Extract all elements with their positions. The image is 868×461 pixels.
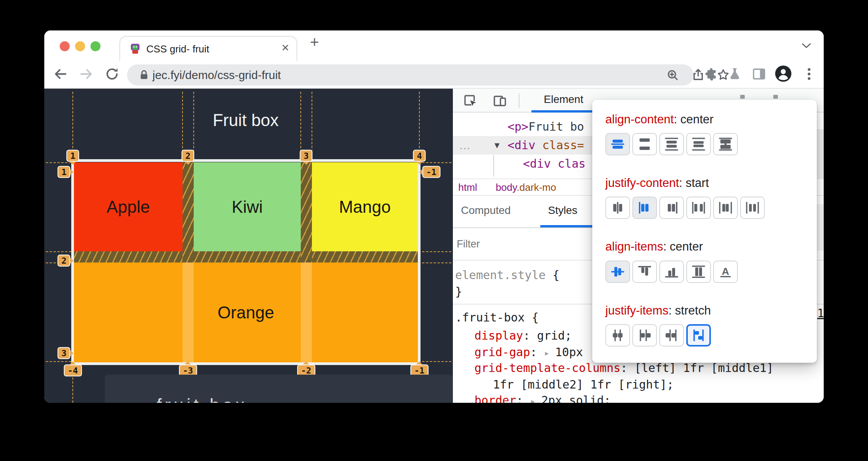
favicon-icon — [129, 43, 141, 54]
url-text[interactable]: jec.fyi/demo/css-grid-fruit — [152, 69, 281, 82]
css-property-name: align-items — [605, 240, 663, 253]
menu-three-dots-icon[interactable] — [801, 66, 817, 82]
expand-arrow-icon[interactable]: ▸ — [544, 348, 555, 358]
grid-alignment-popup: align-content: centerjustify-content: st… — [592, 100, 817, 363]
new-tab-button[interactable]: + — [310, 34, 319, 51]
justify-end-icon — [664, 200, 679, 215]
justify-space-around-icon — [718, 200, 733, 215]
code-segment: Fruit bo — [528, 120, 584, 133]
extensions-puzzle-icon[interactable] — [704, 66, 719, 82]
code-segment: <div — [508, 138, 542, 152]
window-minimize-button[interactable] — [75, 41, 85, 51]
grid-line-badge: 3 — [57, 347, 70, 359]
tab-elements[interactable]: Element — [544, 93, 583, 106]
align-content-content-space-evenly-button[interactable] — [686, 133, 711, 155]
share-icon[interactable] — [691, 68, 705, 82]
expand-arrow-icon[interactable]: ▸ — [530, 396, 541, 403]
address-bar[interactable]: jec.fyi/demo/css-grid-fruit — [127, 64, 694, 86]
css-property-value: : start — [679, 176, 709, 190]
page-title: Fruit box — [44, 111, 447, 130]
breadcrumb-item[interactable]: body — [496, 182, 516, 193]
back-icon[interactable] — [53, 66, 68, 82]
expand-arrow-icon[interactable]: ▼ — [494, 136, 499, 155]
align-content-content-stretch-button[interactable] — [713, 133, 738, 155]
justify-start-icon — [637, 200, 652, 215]
styles-tab-underline — [540, 225, 594, 227]
code-segment: } — [455, 285, 462, 298]
forward-icon[interactable] — [79, 66, 94, 82]
justify-items-jitems-start-button[interactable] — [632, 324, 657, 347]
window-close-button[interactable] — [60, 41, 70, 51]
popup-property-label: justify-items: stretch — [605, 304, 711, 318]
justify-content-justify-space-around-button[interactable] — [713, 197, 738, 219]
css-code-line: 1fr [middle2] 1fr [right]; — [453, 376, 824, 393]
zoom-page-icon[interactable] — [666, 69, 679, 82]
align-items-items-start-button[interactable] — [632, 261, 657, 283]
grid-line-badge: -1 — [422, 166, 441, 178]
device-toolbar-icon[interactable] — [493, 93, 507, 108]
grid-line-badge: 3 — [300, 150, 312, 162]
browser-window: CSS grid- fruit ✕ + jec.fyi/demo/css-gri… — [44, 30, 824, 403]
justify-content-justify-center-button[interactable] — [605, 197, 630, 219]
code-segment: 10px — [555, 345, 583, 359]
breadcrumb-item[interactable]: .dark-mo — [517, 182, 556, 193]
align-items-items-center-button[interactable] — [605, 261, 630, 283]
reload-icon[interactable] — [104, 66, 120, 82]
breadcrumb-item[interactable]: html — [458, 182, 477, 193]
tab-list-chevron-icon[interactable] — [801, 43, 811, 49]
align-content-content-center-button[interactable] — [605, 133, 630, 155]
next-section-title: fruit box — [157, 395, 248, 403]
window-zoom-button[interactable] — [90, 41, 101, 51]
justify-content-justify-start-button[interactable] — [632, 197, 657, 219]
jitems-stretch-icon — [691, 328, 706, 343]
align-items-items-baseline-button[interactable]: A — [713, 261, 738, 283]
page-viewport: Fruit box Apple Kiwi Mango Orange 123412… — [44, 89, 453, 403]
code-segment: 1fr [middle2] 1fr [right]; — [493, 378, 674, 391]
cell-label: Apple — [107, 197, 150, 217]
justify-items-jitems-center-button[interactable] — [605, 324, 630, 347]
grid-column-gap-tint — [183, 262, 194, 362]
profile-avatar[interactable] — [774, 65, 792, 82]
code-segment: <p> — [508, 120, 528, 133]
code-segment: .fruit-box { — [455, 311, 539, 324]
tree-indent-guide — [493, 155, 494, 177]
side-panel-icon[interactable] — [751, 66, 767, 82]
tab-computed[interactable]: Computed — [461, 204, 511, 217]
code-segment: <div clas — [523, 157, 586, 170]
align-items-items-stretch-button[interactable] — [686, 261, 711, 283]
hidden-toolbar-icon — [740, 95, 745, 99]
justify-content-justify-space-evenly-button[interactable] — [740, 197, 765, 219]
popup-property-label: align-content: center — [605, 113, 714, 126]
lock-icon[interactable] — [138, 69, 150, 81]
cell-label: Kiwi — [232, 197, 263, 217]
grid-border-right — [418, 159, 421, 365]
inspect-element-icon[interactable] — [463, 93, 478, 108]
items-baseline-icon: A — [718, 264, 733, 279]
experiments-flask-icon[interactable] — [727, 66, 742, 82]
grid-border-bottom — [71, 362, 421, 365]
elements-tab-underline — [531, 110, 593, 113]
grid-cell-orange: Orange — [74, 262, 418, 362]
browser-toolbar: jec.fyi/demo/css-grid-fruit — [44, 61, 824, 89]
justify-content-justify-end-button[interactable] — [659, 197, 684, 219]
jitems-end-icon — [664, 328, 679, 343]
content-stretch-icon — [718, 136, 733, 152]
grid-line-badge: 2 — [181, 150, 194, 162]
style-sheet-line-number[interactable]: 1 — [817, 306, 824, 320]
code-segment: : grid; — [523, 329, 571, 342]
tab-close-icon[interactable]: ✕ — [281, 42, 290, 54]
browser-tab[interactable]: CSS grid- fruit ✕ — [119, 36, 297, 61]
align-content-content-space-between-button[interactable] — [632, 133, 657, 155]
justify-items-jitems-stretch-button[interactable] — [686, 324, 711, 347]
justify-items-jitems-end-button[interactable] — [659, 324, 684, 347]
next-section-panel: fruit box — [105, 375, 453, 403]
align-content-content-space-around-button[interactable] — [659, 133, 684, 155]
align-items-items-end-button[interactable] — [659, 261, 684, 283]
more-actions-icon[interactable]: … — [459, 136, 471, 155]
grid-border-top — [71, 159, 421, 162]
justify-content-justify-space-between-button[interactable] — [686, 197, 711, 219]
css-property-name: grid-gap — [474, 345, 530, 359]
css-property-value: : center — [663, 240, 703, 253]
content-space-evenly-icon — [691, 136, 706, 152]
tab-styles[interactable]: Styles — [548, 204, 577, 217]
